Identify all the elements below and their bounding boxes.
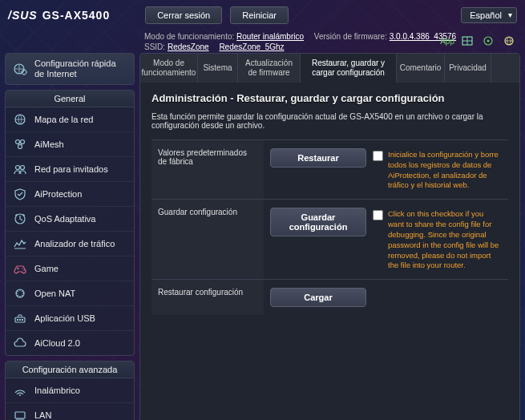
logout-button[interactable]: Cerrar sesión	[145, 6, 222, 24]
svg-point-20	[19, 394, 21, 396]
tab-5[interactable]: Privacidad	[445, 54, 491, 83]
svg-rect-19	[22, 319, 23, 321]
sidebar-item-label: Red para invitados	[34, 164, 108, 174]
tab-4[interactable]: Comentario	[397, 54, 445, 83]
svg-point-2	[487, 40, 490, 42]
usb-status-icon[interactable]	[480, 34, 496, 48]
sidebar-icon	[12, 286, 28, 301]
svg-point-13	[22, 269, 23, 270]
row-label: Restaurar configuración	[151, 280, 264, 316]
sidebar-icon	[12, 311, 28, 325]
checkbox-1[interactable]	[373, 210, 383, 220]
sidebar-item-label: Analizador de tráfico	[34, 239, 115, 248]
sidebar-general-2[interactable]: Red para invitados	[6, 157, 134, 182]
row-action-cell: RestaurarInicialice la configuración y b…	[264, 140, 508, 200]
general-heading: General	[6, 91, 134, 107]
quick-setup-button[interactable]: Configuración rápida de Internet	[5, 53, 135, 85]
fw-label: Versión de firmware:	[314, 32, 387, 41]
sidebar-item-label: AiMesh	[34, 139, 64, 149]
sidebar-advanced-1[interactable]: LAN	[6, 403, 134, 420]
mode-label: Modo de funcionamiento:	[144, 32, 234, 41]
sidebar-general-0[interactable]: Mapa de la red	[6, 107, 134, 132]
sidebar-item-label: AiProtection	[34, 189, 82, 199]
sidebar-item-label: QoS Adaptativa	[34, 214, 95, 224]
sidebar-item-label: Open NAT	[34, 289, 75, 298]
action-button-1[interactable]: Guardar configuración	[270, 208, 366, 236]
row-label: Valores predeterminados de fábrica	[151, 140, 264, 200]
row-action-cell: Guardar configuraciónClick on this check…	[264, 200, 508, 280]
svg-point-14	[23, 270, 25, 272]
sidebar-icon	[12, 261, 28, 276]
globe-status-icon[interactable]	[501, 34, 517, 48]
sidebar-icon	[12, 112, 28, 127]
sidebar-general-5[interactable]: Analizador de tráfico	[6, 232, 134, 256]
note-text: Inicialice la configuración y borre todo…	[388, 150, 502, 191]
svg-rect-21	[15, 412, 25, 418]
tab-3[interactable]: Restaurar, guardar y cargar configuració…	[301, 54, 397, 83]
app-link[interactable]: App	[440, 37, 454, 46]
svg-point-10	[16, 166, 20, 170]
row-action-cell: Cargar	[264, 280, 508, 316]
mode-value[interactable]: Router inalámbrico	[236, 32, 304, 41]
gear-globe-icon	[12, 62, 28, 76]
svg-rect-17	[17, 319, 18, 321]
brand-logo: /SUS GS-AX5400	[8, 9, 110, 22]
sidebar-icon	[12, 162, 28, 176]
sidebar-item-label: AiCloud 2.0	[34, 338, 80, 348]
page-desc: Esta función permite guardar la configur…	[151, 112, 508, 130]
svg-rect-18	[19, 319, 21, 321]
language-select[interactable]: Español	[461, 7, 517, 23]
row-label: Guardar configuración	[151, 200, 264, 280]
svg-point-11	[21, 166, 25, 170]
sidebar-advanced-0[interactable]: Inalámbrico	[6, 378, 134, 403]
note-text: Click on this checkbox if you want to sh…	[388, 209, 502, 271]
ssid-label: SSID:	[144, 42, 165, 51]
sidebar-general-9[interactable]: AiCloud 2.0	[6, 331, 134, 355]
sidebar-general-4[interactable]: QoS Adaptativa	[6, 207, 134, 232]
sidebar-icon	[12, 187, 28, 201]
checkbox-0[interactable]	[373, 151, 383, 161]
tab-1[interactable]: Sistema	[198, 54, 238, 83]
page-title: Administración - Restaurar, guardar y ca…	[151, 92, 508, 104]
sidebar-general-1[interactable]: AiMesh	[6, 132, 134, 157]
action-button-2[interactable]: Cargar	[270, 288, 366, 307]
action-button-0[interactable]: Restaurar	[270, 148, 366, 168]
tab-2[interactable]: Actualización de firmware	[238, 54, 301, 83]
svg-point-9	[18, 145, 22, 149]
qs-label: Configuración rápida de Internet	[34, 59, 127, 79]
sidebar-icon	[12, 336, 28, 350]
sidebar-item-label: Game	[34, 264, 59, 273]
advanced-heading: Configuración avanzada	[6, 361, 134, 378]
brand-asus: /SUS	[8, 9, 38, 22]
sidebar-icon	[12, 212, 28, 226]
ssid-1[interactable]: RedesZone	[168, 42, 209, 51]
sidebar-general-6[interactable]: Game	[6, 256, 134, 281]
sidebar-general-8[interactable]: Aplicación USB	[6, 306, 134, 331]
sidebar-item-label: LAN	[34, 410, 51, 420]
map-icon[interactable]	[459, 34, 475, 48]
brand-model: GS-AX5400	[42, 9, 110, 22]
sidebar-item-label: Mapa de la red	[34, 115, 93, 124]
sidebar-general-7[interactable]: Open NAT	[6, 281, 134, 306]
sidebar-item-label: Inalámbrico	[34, 386, 80, 395]
sidebar-icon	[12, 408, 28, 420]
sidebar-icon	[12, 383, 28, 398]
reboot-button[interactable]: Reiniciar	[230, 6, 289, 24]
ssid-2[interactable]: RedesZone_5Ghz	[219, 42, 284, 51]
sidebar-icon	[12, 236, 28, 251]
sidebar-icon	[12, 137, 28, 151]
sidebar-general-3[interactable]: AiProtection	[6, 182, 134, 207]
tab-0[interactable]: Modo de funcionamiento	[140, 54, 198, 83]
sidebar-item-label: Aplicación USB	[34, 313, 95, 323]
